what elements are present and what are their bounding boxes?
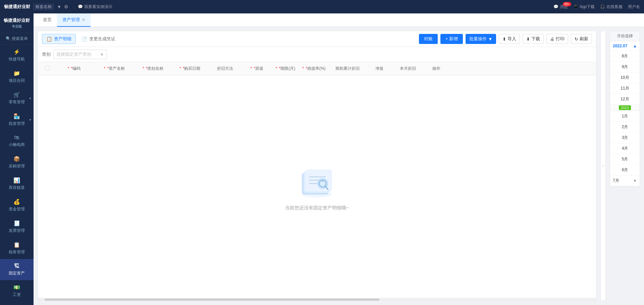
batch-dropdown[interactable]: 批量操作 ▼ <box>466 34 496 44</box>
filter-bar: 类别 选择固定资产类别 ▼ <box>38 47 596 62</box>
message-count-badge: 99+ <box>563 2 571 6</box>
tab-bar: 首页 资产管理 ✕ <box>34 13 644 27</box>
asset-detail-icon: 📋 <box>46 36 52 42</box>
sidebar-search[interactable]: 🔍 搜索菜单 <box>0 33 34 45</box>
month-2023-03[interactable]: 3月 <box>610 133 640 143</box>
th-name: *资产名称 <box>94 66 135 71</box>
th-actions: 操作 <box>423 66 450 71</box>
svg-point-13 <box>324 181 326 182</box>
sidebar-item-ecommerce[interactable]: 🛍 小畅电商 <box>0 131 34 152</box>
demo-link[interactable]: 💬 我要看实例演示 <box>78 4 112 10</box>
tab-asset-management[interactable]: 资产管理 ✕ <box>57 13 91 27</box>
collapse-icon: › <box>602 164 603 168</box>
month-nav-down[interactable]: ▼ <box>633 179 637 183</box>
month-panel-header: 月份选择 <box>610 31 640 41</box>
content-area: 首页 资产管理 ✕ 📋 资产明细 📄 变更生成凭证 <box>34 13 644 305</box>
sidebar-item-invoice[interactable]: 🧾 发票管理 <box>0 216 34 238</box>
month-2022-11[interactable]: 11月 <box>610 83 640 94</box>
finance-icon: 💰 <box>13 199 20 205</box>
th-checkbox[interactable] <box>41 66 54 71</box>
account-dropdown[interactable]: ▼ <box>57 4 61 9</box>
reconcile-button[interactable]: 对账 <box>419 34 438 44</box>
print-button[interactable]: 🖨 打印 <box>546 34 568 44</box>
sidebar-item-project[interactable]: 📁 项目合同 <box>0 66 34 88</box>
top-bar-right: 💬 消息 99+ 📱 App下载 🎧 在线客服 用户名 <box>553 4 640 10</box>
account-name[interactable]: 账套名称 <box>33 3 54 10</box>
service-icon: 🎧 <box>600 4 605 9</box>
month-2023-01[interactable]: 1月 <box>610 111 640 122</box>
sidebar-item-operations[interactable]: 📈 经营管理 <box>0 302 34 305</box>
batch-button[interactable]: 批量操作 ▼ <box>466 34 496 44</box>
import-button[interactable]: ⬆ 导入 <box>499 34 520 44</box>
sidebar-item-retail[interactable]: 🛒 零售管理 <box>0 88 34 109</box>
refresh-button[interactable]: ↻ 刷新 <box>571 34 592 44</box>
sidebar-logo: 畅捷通好业财 专业版 <box>0 13 34 33</box>
scrollbar-thumb[interactable] <box>45 299 379 301</box>
table-header: *编码 *资产名称 *类别名称 *购买日期 折旧方法 *原值 <box>38 62 596 75</box>
app-title: 畅捷通好业财 <box>4 4 30 10</box>
header-checkbox[interactable] <box>45 66 50 70</box>
app-download-button[interactable]: 📱 App下载 <box>573 4 595 10</box>
batch-dropdown-icon: ▼ <box>488 37 492 42</box>
empty-illustration <box>295 163 339 200</box>
month-2023-06[interactable]: 6月 <box>610 165 640 175</box>
download-icon: ⬇ <box>526 37 530 42</box>
svg-point-12 <box>322 181 323 182</box>
sidebar-item-finance[interactable]: 💰 资金管理 <box>0 195 34 216</box>
sidebar-item-tax[interactable]: 📋 税务管理 <box>0 238 34 259</box>
sidebar: 畅捷通好业财 专业版 🔍 搜索菜单 ⚡ 快捷导航 📁 项目合同 🛒 零售管理 🏪… <box>0 13 34 305</box>
online-service-button[interactable]: 🎧 在线客服 <box>600 4 623 10</box>
empty-message: 当前您还没有固定资产明细哦~ <box>285 205 349 211</box>
month-2022-07[interactable]: 2022.07 ▲ <box>610 41 640 51</box>
table-scrollbar[interactable] <box>38 298 596 301</box>
main-panel: 📋 资产明细 📄 变更生成凭证 对账 + 新增 批量操作 ▼ <box>38 31 596 301</box>
main-layout: 畅捷通好业财 专业版 🔍 搜索菜单 ⚡ 快捷导航 📁 项目合同 🛒 零售管理 🏪… <box>0 13 644 305</box>
sidebar-item-wholesale[interactable]: 🏪 批发管理 <box>0 109 34 131</box>
month-2022-08[interactable]: 8月 <box>610 51 640 62</box>
download-icon: 📱 <box>573 4 578 9</box>
month-nav-up[interactable]: ▲ <box>633 44 637 48</box>
month-panel-title: 月份选择 <box>617 33 633 39</box>
th-code: *编码 <box>54 66 94 71</box>
messages-button[interactable]: 💬 消息 99+ <box>553 4 568 10</box>
add-button[interactable]: + 新增 <box>440 34 463 44</box>
voucher-icon: 📄 <box>82 36 87 42</box>
sidebar-item-fixed-assets[interactable]: 🏗 固定资产 <box>0 259 34 280</box>
inventory-icon: 📊 <box>13 177 20 184</box>
month-list: 2022.07 ▲ 8月 9月 10月 11月 <box>610 41 640 186</box>
retail-icon: 🛒 <box>13 92 20 98</box>
sidebar-item-salary[interactable]: 💵 工资 <box>0 280 34 302</box>
month-panel: 月份选择 2022.07 ▲ 8月 9月 10月 <box>610 31 640 187</box>
th-rate: *残值率(%) <box>299 66 329 71</box>
category-dropdown-icon: ▼ <box>100 52 104 57</box>
th-net-value: 净值 <box>366 66 393 71</box>
month-2022-12[interactable]: 12月 <box>610 94 640 105</box>
category-label: 类别 <box>42 51 51 57</box>
sub-tab-asset-detail[interactable]: 📋 资产明细 <box>42 34 76 44</box>
tab-home[interactable]: 首页 <box>38 13 57 27</box>
panel-collapse-button[interactable]: › <box>600 31 606 301</box>
wholesale-icon: 🏪 <box>13 113 20 119</box>
category-select[interactable]: 选择固定资产类别 ▼ <box>53 50 107 59</box>
message-icon: 💬 <box>553 4 558 9</box>
sub-tab-voucher[interactable]: 📄 变更生成凭证 <box>77 34 120 44</box>
month-2023-07[interactable]: 7月 ▼ <box>610 175 640 186</box>
month-2022-09[interactable]: 9月 <box>610 62 640 72</box>
month-2023-05[interactable]: 5月 <box>610 154 640 165</box>
th-date: *购买日期 <box>171 66 208 71</box>
top-bar: 畅捷通好业财 账套名称 ▼ ⚙ 💬 我要看实例演示 💬 消息 99+ 📱 App… <box>0 0 644 13</box>
user-name: 用户名 <box>628 4 640 10</box>
settings-icon[interactable]: ⚙ <box>64 4 68 9</box>
month-2023-02[interactable]: 2月 <box>610 122 640 133</box>
month-2023-04[interactable]: 4月 <box>610 143 640 154</box>
project-icon: 📁 <box>13 70 20 77</box>
logo-title: 畅捷通好业财 <box>3 17 31 23</box>
sidebar-item-purchase[interactable]: 📦 采购管理 <box>0 152 34 173</box>
tab-close-icon[interactable]: ✕ <box>82 17 85 22</box>
sidebar-item-quicknav[interactable]: ⚡ 快捷导航 <box>0 45 34 66</box>
sidebar-item-inventory[interactable]: 📊 库存核算 <box>0 173 34 195</box>
download-button[interactable]: ⬇ 下载 <box>523 34 544 44</box>
purchase-icon: 📦 <box>13 156 20 162</box>
ecommerce-icon: 🛍 <box>14 135 19 141</box>
month-2022-10[interactable]: 10月 <box>610 72 640 83</box>
